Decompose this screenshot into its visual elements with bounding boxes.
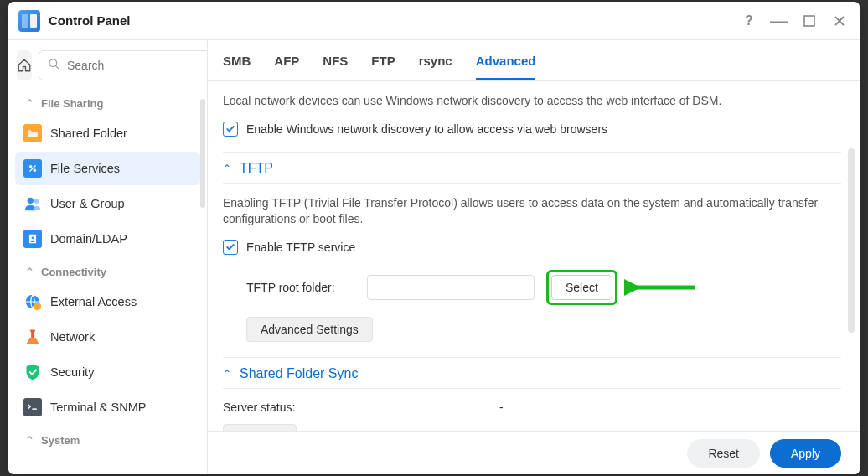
titlebar: Control Panel ? — [8,2,860,40]
sidebar-group-connectivity[interactable]: ⌃ Connectivity [15,257,200,283]
tab-ftp[interactable]: FTP [371,54,395,80]
control-panel-window: Control Panel ? — [8,2,860,474]
sidebar-item-external-access[interactable]: External Access [15,285,200,318]
svg-point-4 [28,198,34,204]
tab-nfs[interactable]: NFS [323,54,348,80]
checkbox-checked-icon[interactable] [223,122,238,137]
select-button[interactable]: Select [551,275,612,300]
sidebar-item-security[interactable]: Security [15,355,200,389]
select-highlight: Select [546,270,617,305]
folder-icon [23,124,42,142]
svg-point-10 [34,303,41,310]
tab-advanced[interactable]: Advanced [476,54,536,80]
tab-rsync[interactable]: rsync [419,54,452,80]
tab-smb[interactable]: SMB [223,54,251,80]
arrow-annotation [624,275,700,300]
sidebar-group-system[interactable]: ⌃ System [15,426,200,452]
sidebar-item-shared-folder[interactable]: Shared Folder [15,116,200,150]
section-head-tftp[interactable]: ⌃ TFTP [223,152,841,184]
tab-afp[interactable]: AFP [274,54,299,80]
checkbox-checked-icon[interactable] [223,240,238,255]
home-button[interactable] [17,50,32,80]
svg-rect-0 [804,16,814,26]
section-head-sfs[interactable]: ⌃ Shared Folder Sync [223,357,841,389]
minimize-button[interactable]: — [769,11,789,31]
users-icon [23,194,42,213]
content-scrollbar[interactable] [848,148,855,333]
apply-button[interactable]: Apply [770,439,841,468]
sidebar-item-terminal-snmp[interactable]: Terminal & SNMP [15,391,200,424]
window-title: Control Panel [49,13,131,28]
tftp-root-row: TFTP root folder: Select [246,270,841,305]
svg-point-2 [29,165,33,168]
sidebar-item-domain-ldap[interactable]: Domain/LDAP [15,222,200,256]
sidebar: ⌃ File Sharing Shared Folder File Servic… [8,40,208,474]
directory-icon [23,230,42,248]
wsd-enable-row[interactable]: Enable Windows network discovery to allo… [223,122,841,137]
reset-button[interactable]: Reset [687,439,760,468]
tftp-enable-row[interactable]: Enable TFTP service [223,240,841,255]
chevron-up-icon: ⌃ [223,368,231,380]
search-input[interactable] [67,59,208,72]
content-panel: SMB AFP NFS FTP rsync Advanced Local net… [208,40,860,474]
chevron-up-icon: ⌃ [223,163,231,174]
sidebar-item-user-group[interactable]: User & Group [15,187,200,220]
services-icon [23,159,42,178]
chevron-up-icon: ⌃ [25,97,34,110]
sidebar-group-file-sharing[interactable]: ⌃ File Sharing [15,89,200,115]
tftp-root-label: TFTP root folder: [246,281,355,294]
wsd-enable-label: Enable Windows network discovery to allo… [246,122,607,136]
scroll-area[interactable]: Local network devices can use Windows ne… [208,81,860,431]
svg-point-3 [34,169,37,173]
svg-point-7 [32,236,34,239]
globe-icon [23,292,42,311]
network-icon [23,328,42,346]
search-box[interactable] [39,50,208,80]
tftp-enable-label: Enable TFTP service [246,241,355,254]
advanced-settings-button[interactable]: Advanced Settings [246,317,373,342]
sidebar-scrollbar[interactable] [200,99,205,208]
svg-rect-8 [31,241,35,242]
wsd-description: Local network devices can use Windows ne… [223,93,841,110]
server-status-row: Server status: - [223,401,841,414]
terminal-icon [23,398,42,416]
app-icon [18,10,40,32]
sidebar-item-network[interactable]: Network [15,320,200,354]
server-status-label: Server status: [223,401,499,414]
footer: Reset Apply [208,431,860,474]
shield-icon [23,363,42,381]
search-icon [48,58,60,73]
help-button[interactable]: ? [739,11,759,31]
task-list-button[interactable]: Task List [223,424,297,431]
close-button[interactable] [829,11,850,31]
tftp-description: Enabling TFTP (Trivial File Transfer Pro… [223,195,841,228]
maximize-button[interactable] [799,11,819,31]
svg-point-5 [34,199,39,204]
chevron-up-icon: ⌃ [25,266,34,278]
sidebar-item-file-services[interactable]: File Services [15,152,200,185]
tftp-root-input[interactable] [367,275,535,300]
tabs: SMB AFP NFS FTP rsync Advanced [208,40,860,81]
chevron-up-icon: ⌃ [25,434,34,447]
server-status-value: - [499,401,504,414]
svg-point-1 [49,60,57,67]
